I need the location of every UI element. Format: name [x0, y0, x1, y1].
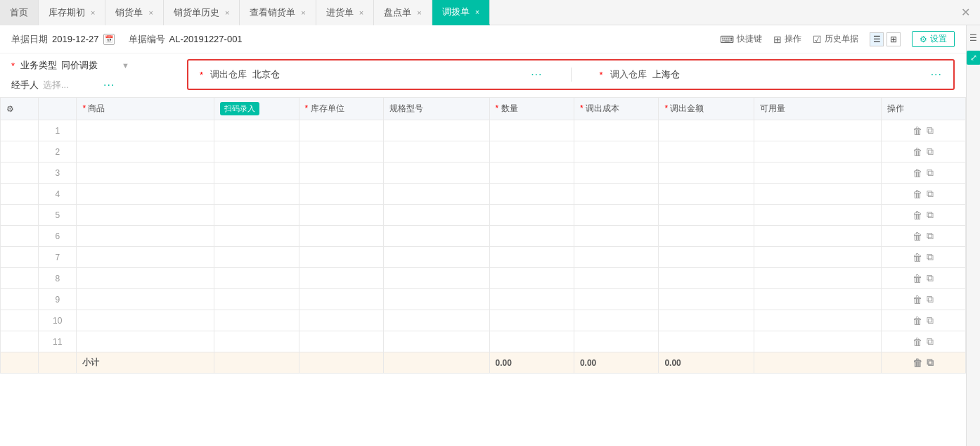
business-type-value[interactable]: 同价调拨: [61, 59, 117, 72]
row-amount-3[interactable]: [659, 163, 754, 184]
row-qty-5[interactable]: [489, 205, 574, 226]
delete-icon-1[interactable]: 🗑: [913, 125, 922, 136]
row-spec-3[interactable]: [383, 163, 489, 184]
delete-icon-4[interactable]: 🗑: [913, 189, 922, 200]
row-amount-9[interactable]: [659, 289, 754, 310]
copy-icon-2[interactable]: ⧉: [927, 146, 934, 158]
tab-stocktake[interactable]: 盘点单 ×: [374, 0, 432, 25]
operator-value[interactable]: 选择...: [43, 79, 99, 91]
warehouse-in-value[interactable]: 上海仓: [652, 68, 925, 81]
calendar-icon[interactable]: 📅: [103, 34, 115, 45]
row-cost-2[interactable]: [574, 141, 658, 163]
row-unit-7[interactable]: [299, 247, 383, 268]
row-product-5[interactable]: [77, 205, 214, 226]
row-spec-4[interactable]: [383, 184, 489, 205]
row-product-10[interactable]: [77, 310, 214, 331]
row-qty-10[interactable]: [489, 310, 574, 331]
row-spec-10[interactable]: [383, 310, 489, 331]
tab-bar-close-button[interactable]: ✕: [951, 0, 980, 25]
row-product-9[interactable]: [77, 289, 214, 310]
row-qty-3[interactable]: [489, 163, 574, 184]
copy-icon-1[interactable]: ⧉: [927, 125, 934, 136]
delete-icon-7[interactable]: 🗑: [913, 252, 922, 263]
tab-sales-order[interactable]: 销货单 ×: [105, 0, 163, 25]
column-settings-icon[interactable]: ⚙: [6, 104, 14, 114]
row-unit-1[interactable]: [299, 120, 383, 141]
delete-icon-5[interactable]: 🗑: [913, 210, 922, 221]
row-cost-5[interactable]: [574, 205, 658, 226]
tab-purchase-close[interactable]: ×: [359, 8, 363, 17]
row-unit-3[interactable]: [299, 163, 383, 184]
row-product-2[interactable]: [77, 141, 214, 163]
subtotal-copy-icon[interactable]: ⧉: [927, 357, 934, 369]
row-product-6[interactable]: [77, 226, 214, 247]
row-amount-1[interactable]: [659, 120, 754, 141]
row-amount-10[interactable]: [659, 310, 754, 331]
row-amount-7[interactable]: [659, 247, 754, 268]
row-cost-1[interactable]: [574, 120, 658, 141]
row-product-7[interactable]: [77, 247, 214, 268]
row-product-8[interactable]: [77, 268, 214, 289]
row-qty-2[interactable]: [489, 141, 574, 163]
delete-icon-3[interactable]: 🗑: [913, 167, 922, 179]
row-cost-3[interactable]: [574, 163, 658, 184]
subtotal-delete-icon[interactable]: 🗑: [913, 357, 922, 369]
copy-icon-11[interactable]: ⧉: [927, 336, 934, 348]
row-product-4[interactable]: [77, 184, 214, 205]
operator-more-button[interactable]: ···: [103, 79, 115, 91]
copy-icon-7[interactable]: ⧉: [927, 251, 934, 263]
row-cost-8[interactable]: [574, 268, 658, 289]
row-unit-5[interactable]: [299, 205, 383, 226]
row-cost-9[interactable]: [574, 289, 658, 310]
row-qty-7[interactable]: [489, 247, 574, 268]
tab-sales-history-close[interactable]: ×: [225, 8, 229, 17]
row-amount-5[interactable]: [659, 205, 754, 226]
copy-icon-4[interactable]: ⧉: [927, 188, 934, 200]
list-view-button[interactable]: ☰: [870, 32, 884, 46]
row-product-1[interactable]: [77, 120, 214, 141]
settings-button[interactable]: ⚙ 设置: [912, 31, 955, 47]
warehouse-out-more-button[interactable]: ···: [531, 68, 542, 81]
row-unit-6[interactable]: [299, 226, 383, 247]
row-cost-7[interactable]: [574, 247, 658, 268]
delete-icon-2[interactable]: 🗑: [913, 146, 922, 158]
delete-icon-10[interactable]: 🗑: [913, 315, 922, 326]
copy-icon-10[interactable]: ⧉: [927, 314, 934, 326]
tab-stocktake-close[interactable]: ×: [417, 8, 421, 17]
delete-icon-6[interactable]: 🗑: [913, 231, 922, 242]
history-button[interactable]: ☑ 历史单据: [813, 33, 858, 45]
row-spec-6[interactable]: [383, 226, 489, 247]
tab-transfer-close[interactable]: ×: [475, 8, 479, 16]
row-unit-9[interactable]: [299, 289, 383, 310]
row-qty-9[interactable]: [489, 289, 574, 310]
row-unit-2[interactable]: [299, 141, 383, 163]
warehouse-in-more-button[interactable]: ···: [931, 68, 942, 81]
row-qty-6[interactable]: [489, 226, 574, 247]
row-spec-7[interactable]: [383, 247, 489, 268]
delete-icon-9[interactable]: 🗑: [913, 294, 922, 305]
tab-sales-order-close[interactable]: ×: [148, 8, 153, 17]
copy-icon-5[interactable]: ⧉: [927, 209, 934, 221]
row-cost-4[interactable]: [574, 184, 658, 205]
row-spec-2[interactable]: [383, 141, 489, 163]
row-spec-8[interactable]: [383, 268, 489, 289]
tab-inventory-init[interactable]: 库存期初 ×: [39, 0, 105, 25]
row-unit-8[interactable]: [299, 268, 383, 289]
row-unit-11[interactable]: [299, 331, 383, 352]
grid-view-button[interactable]: ⊞: [886, 32, 901, 46]
tab-sales-history[interactable]: 销货单历史 ×: [164, 0, 240, 25]
row-cost-11[interactable]: [574, 331, 658, 352]
row-amount-4[interactable]: [659, 184, 754, 205]
business-type-dropdown-icon[interactable]: ▼: [122, 61, 129, 70]
tab-home[interactable]: 首页: [0, 0, 39, 25]
sidebar-list-button[interactable]: ☰: [967, 31, 981, 45]
delete-icon-8[interactable]: 🗑: [913, 273, 922, 284]
tab-purchase[interactable]: 进货单 ×: [316, 0, 374, 25]
row-amount-11[interactable]: [659, 331, 754, 352]
row-qty-11[interactable]: [489, 331, 574, 352]
scan-barcode-button[interactable]: 扫码录入: [220, 102, 259, 115]
copy-icon-3[interactable]: ⧉: [927, 167, 934, 179]
tab-transfer[interactable]: 调拨单 ×: [432, 0, 490, 25]
sidebar-expand-button[interactable]: ⤢: [967, 51, 981, 65]
th-settings[interactable]: ⚙: [1, 98, 39, 120]
